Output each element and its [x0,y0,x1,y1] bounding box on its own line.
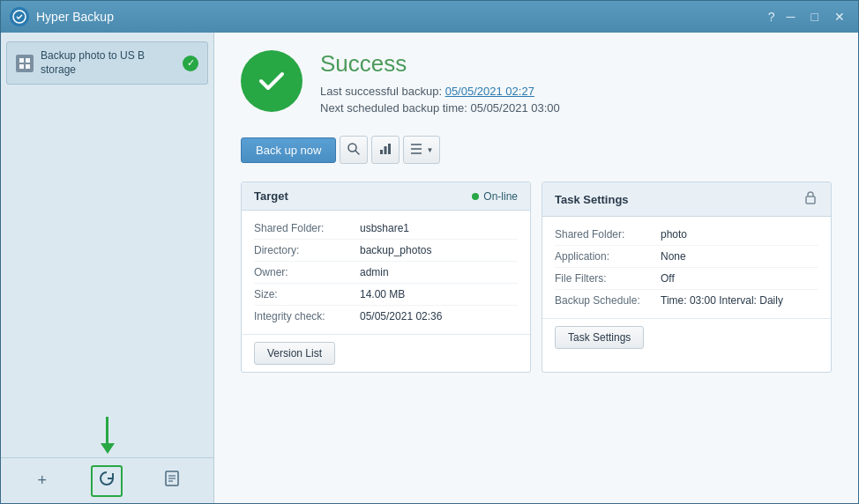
search-button[interactable] [340,136,368,164]
next-backup-label: Next scheduled backup time: [320,101,467,115]
restore-icon [98,470,116,492]
table-value: admin [360,266,389,278]
status-info: Success Last successful backup: 05/05/20… [320,50,832,118]
online-status-label: On-line [483,190,518,203]
svg-line-10 [355,151,359,154]
add-backup-button[interactable]: + [26,465,58,497]
arrow-indicator [1,417,213,457]
table-row: Integrity check: 05/05/2021 02:36 [254,306,518,327]
next-backup-value: 05/05/2021 03:00 [471,101,560,115]
table-label: Application: [555,250,661,263]
next-backup-line: Next scheduled backup time: 05/05/2021 0… [320,101,832,115]
table-row: Shared Folder: photo [555,224,818,246]
last-backup-link[interactable]: 05/05/2021 02:27 [445,85,534,98]
svg-rect-2 [26,58,30,63]
titlebar-controls: ? ─ □ ✕ [768,8,849,26]
target-table: Target On-line Shared Folder: usbshare1 … [241,182,531,373]
menu-lines-icon [410,143,424,158]
sidebar: Backup photo to US B storage ✓ + [1,33,214,503]
table-value: Time: 03:00 Interval: Daily [661,294,783,307]
backup-now-button[interactable]: Back up now [241,137,336,163]
target-table-footer: Version List [242,334,530,372]
titlebar-left: Hyper Backup [10,7,114,26]
plus-icon: + [38,471,48,490]
dropdown-arrow-icon: ▼ [426,146,433,154]
success-icon [241,50,303,112]
last-backup-label: Last successful backup: [320,85,442,98]
maximize-button[interactable]: □ [807,8,823,26]
table-row: Owner: admin [254,262,518,284]
table-label: Size: [254,288,360,300]
table-label: Owner: [254,266,360,278]
menu-button[interactable]: ▼ [403,136,440,164]
task-settings-button[interactable]: Task Settings [555,326,644,349]
table-row: File Filters: Off [555,268,818,290]
target-table-title: Target [254,189,288,203]
app-icon [10,7,29,26]
target-table-header: Target On-line [242,182,530,211]
table-value: backup_photos [360,244,431,256]
task-table-title: Task Settings [555,193,629,206]
sidebar-item-backup[interactable]: Backup photo to US B storage ✓ [6,41,208,85]
version-list-button[interactable]: Version List [254,342,335,365]
status-title: Success [320,50,832,78]
table-label: File Filters: [555,272,661,285]
table-label: Backup Schedule: [555,294,661,307]
chart-icon [378,142,392,159]
table-row: Directory: backup_photos [254,240,518,262]
sidebar-item-check-icon: ✓ [183,56,198,71]
restore-button[interactable] [91,465,123,497]
sidebar-item-grid-icon [16,55,34,72]
table-value: Off [661,272,675,285]
table-label: Shared Folder: [254,222,360,234]
task-table-footer: Task Settings [542,318,831,356]
sidebar-items: Backup photo to US B storage ✓ [1,33,213,417]
lock-icon [803,189,818,209]
table-label: Directory: [254,244,360,256]
svg-rect-1 [19,58,24,63]
svg-rect-11 [380,150,383,154]
svg-rect-4 [26,64,30,69]
last-backup-line: Last successful backup: 05/05/2021 02:27 [320,85,832,98]
search-icon [347,142,361,159]
svg-rect-3 [19,64,24,69]
table-value: 05/05/2021 02:36 [360,310,442,322]
table-value: photo [661,228,687,241]
table-row: Shared Folder: usbshare1 [254,218,518,240]
target-table-body: Shared Folder: usbshare1 Directory: back… [242,211,530,334]
titlebar: Hyper Backup ? ─ □ ✕ [1,1,858,33]
task-table-body: Shared Folder: photo Application: None F… [542,217,831,318]
task-table: Task Settings Shared Folder: photo [542,182,832,373]
sidebar-item-label: Backup photo to US B storage [41,49,176,77]
log-icon [164,471,180,491]
task-table-header: Task Settings [542,182,831,217]
toolbar: Back up now [241,136,832,164]
table-value: 14.00 MB [360,288,405,300]
table-row: Application: None [555,246,818,268]
table-value: usbshare1 [360,222,409,234]
svg-rect-13 [388,144,391,154]
help-button[interactable]: ? [768,10,775,24]
table-label: Integrity check: [254,310,360,322]
online-status: On-line [472,190,518,203]
svg-rect-12 [385,146,387,154]
content-area: Success Last successful backup: 05/05/20… [214,33,858,503]
log-button[interactable] [156,465,188,497]
svg-rect-17 [806,196,815,204]
main-content: Backup photo to US B storage ✓ + [1,33,858,503]
minimize-button[interactable]: ─ [782,8,800,26]
status-section: Success Last successful backup: 05/05/20… [241,50,832,118]
table-row: Backup Schedule: Time: 03:00 Interval: D… [555,290,818,311]
sidebar-footer: + [1,457,213,503]
table-value: None [661,250,686,263]
table-row: Size: 14.00 MB [254,284,518,306]
down-arrow [101,417,115,454]
window-title: Hyper Backup [36,10,114,24]
table-label: Shared Folder: [555,228,661,241]
tables-section: Target On-line Shared Folder: usbshare1 … [241,182,832,373]
app-window: Hyper Backup ? ─ □ ✕ [0,0,859,504]
chart-button[interactable] [371,136,400,164]
close-button[interactable]: ✕ [830,8,849,26]
online-dot-icon [472,193,479,200]
